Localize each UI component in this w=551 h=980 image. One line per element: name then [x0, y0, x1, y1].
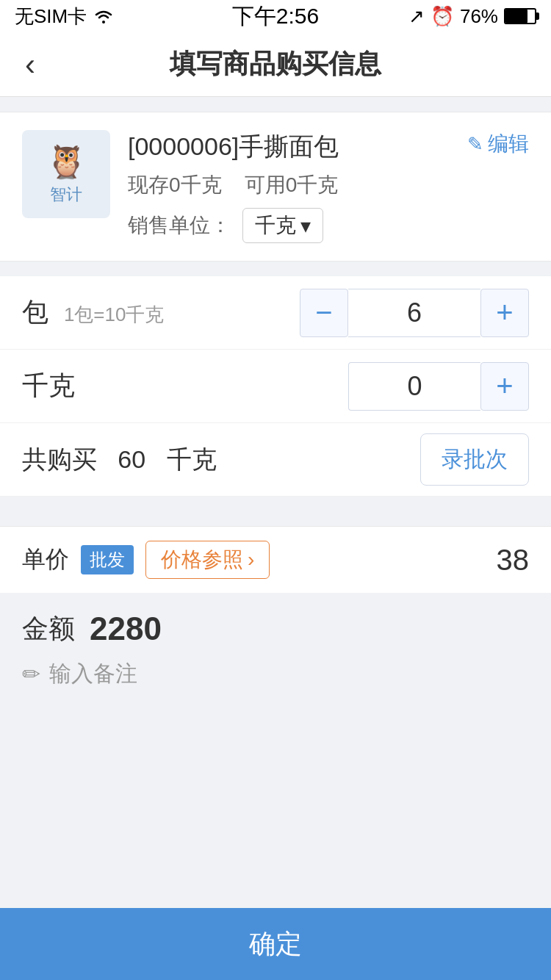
section-divider-2 [0, 497, 551, 511]
product-logo-text: 智计 [50, 184, 82, 206]
unit-label: 销售单位： [128, 212, 231, 239]
package-label-group: 包 1包=10千克 [22, 295, 300, 331]
amount-label: 金额 [22, 611, 75, 647]
status-bar-right: ↗ ⏰ 76% [408, 5, 536, 28]
unit-dropdown-icon: ▾ [300, 214, 311, 238]
price-tag-batch: 批发 [81, 545, 134, 574]
stock-label: 现存0千克 [128, 173, 222, 196]
battery-percentage: 76% [460, 5, 498, 28]
unit-select[interactable]: 千克 ▾ [242, 208, 323, 243]
record-batch-button[interactable]: 录批次 [420, 433, 529, 486]
amount-value: 2280 [90, 610, 162, 647]
product-card: 🦉 智计 [0000006]手撕面包 现存0千克 可用0千克 销售单位： 千克 … [0, 112, 551, 262]
nav-bar: ‹ 填写商品购买信息 [0, 32, 551, 97]
status-bar-time: 下午2:56 [232, 1, 319, 32]
product-unit-row: 销售单位： 千克 ▾ [128, 208, 529, 243]
edit-button[interactable]: ✎ 编辑 [467, 130, 529, 158]
kg-label-group: 千克 [22, 368, 348, 404]
bottom-spacer [0, 704, 551, 924]
total-label: 共购买 60 千克 [22, 443, 217, 477]
status-bar-left: 无SIM卡 [15, 4, 115, 29]
confirm-button-label: 确定 [249, 926, 302, 962]
amount-section: 金额 2280 ✏ 输入备注 [0, 593, 551, 704]
back-button[interactable]: ‹ [18, 40, 43, 90]
price-value: 38 [497, 544, 530, 577]
battery-icon [504, 8, 536, 24]
input-section: 包 1包=10千克 − + 千克 + 共购买 60 千克 录批次 [0, 276, 551, 497]
remark-row[interactable]: ✏ 输入备注 [22, 659, 529, 689]
unit-value: 千克 [255, 212, 296, 239]
total-row: 共购买 60 千克 录批次 [0, 423, 551, 497]
wifi-icon [93, 8, 115, 24]
product-logo-icon: 🦉 [46, 143, 87, 181]
remark-edit-icon: ✏ [22, 661, 40, 687]
package-sublabel: 1包=10千克 [64, 303, 165, 325]
edit-label: 编辑 [488, 130, 529, 158]
kg-label: 千克 [22, 370, 75, 400]
carrier-label: 无SIM卡 [15, 4, 87, 29]
section-divider-1 [0, 262, 551, 276]
package-decrement-button[interactable]: − [300, 289, 348, 337]
kg-input[interactable] [348, 362, 480, 411]
edit-icon: ✎ [467, 133, 483, 156]
price-section: 单价 批发 价格参照 › 38 [0, 526, 551, 593]
package-label: 包 [22, 297, 48, 327]
confirm-bar[interactable]: 确定 [0, 908, 551, 980]
kg-stepper: + [348, 362, 529, 411]
available-label: 可用0千克 [245, 173, 339, 196]
package-input[interactable] [348, 289, 480, 337]
price-ref-arrow-icon: › [248, 548, 254, 572]
price-ref-button[interactable]: 价格参照 › [145, 541, 270, 579]
total-unit: 千克 [167, 445, 217, 473]
alarm-icon: ⏰ [431, 5, 454, 28]
product-thumbnail: 🦉 智计 [22, 130, 110, 218]
kg-input-row: 千克 + [0, 350, 551, 423]
price-row: 单价 批发 价格参照 › 38 [22, 527, 529, 593]
remark-placeholder: 输入备注 [49, 659, 137, 689]
total-amount: 60 [118, 445, 145, 473]
kg-increment-button[interactable]: + [480, 362, 529, 411]
total-prefix: 共购买 [22, 445, 97, 473]
product-stock: 现存0千克 可用0千克 [128, 171, 529, 199]
location-icon: ↗ [408, 5, 425, 28]
package-input-row: 包 1包=10千克 − + [0, 276, 551, 350]
package-increment-button[interactable]: + [480, 289, 529, 337]
price-ref-label: 价格参照 [161, 546, 243, 574]
price-label: 单价 [22, 544, 69, 576]
amount-row: 金额 2280 [22, 610, 529, 647]
status-bar: 无SIM卡 下午2:56 ↗ ⏰ 76% [0, 0, 551, 32]
page-title: 填写商品购买信息 [170, 46, 381, 82]
package-stepper: − + [300, 289, 529, 337]
